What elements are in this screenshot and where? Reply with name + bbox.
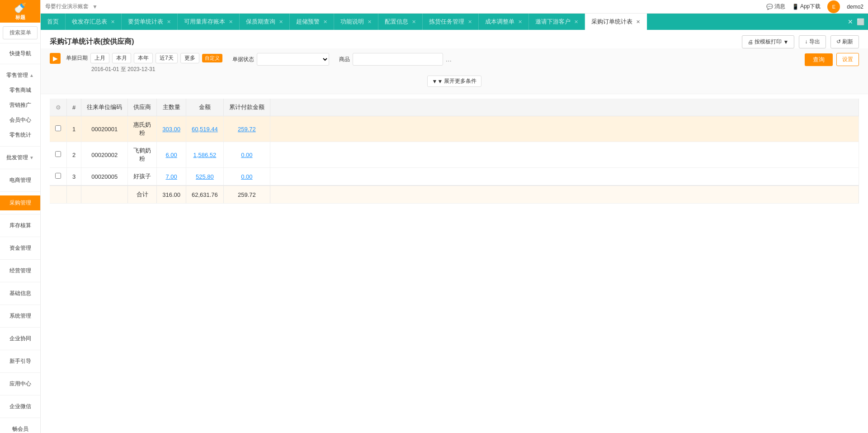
- tab-close-icon[interactable]: ✕: [518, 19, 522, 25]
- tab-warranty-query[interactable]: 保质期查询 ✕: [240, 14, 290, 30]
- topbar: 母婴行业演示账套 ▼ 💬 消息 📱 App下载 E demo2: [41, 0, 868, 14]
- query-button[interactable]: 查询: [805, 53, 833, 66]
- quicknav-button[interactable]: 快捷导航: [3, 47, 38, 60]
- tab-label: 配置信息: [385, 18, 408, 26]
- td-checkbox[interactable]: [50, 116, 67, 142]
- tab-overstock-warning[interactable]: 超储预警 ✕: [290, 14, 334, 30]
- td-main-qty[interactable]: 7.00: [157, 168, 186, 186]
- tab-close-icon[interactable]: ✕: [279, 19, 283, 25]
- enterprise-section: 企业协同: [0, 328, 40, 350]
- td-checkbox[interactable]: [50, 142, 67, 168]
- tab-controls: ✕ ⬜: [844, 14, 868, 30]
- tab-close-icon[interactable]: ✕: [229, 19, 233, 25]
- refresh-button[interactable]: ↺ 刷新: [830, 35, 859, 48]
- tab-close-window-button[interactable]: ✕: [848, 18, 853, 25]
- row-checkbox[interactable]: [55, 125, 61, 131]
- td-amount[interactable]: 60,519.44: [186, 116, 224, 142]
- user-avatar[interactable]: E: [827, 0, 840, 13]
- export-button[interactable]: ↓ 导出: [799, 35, 826, 48]
- tab-home[interactable]: 首页: [41, 14, 66, 30]
- tab-close-icon[interactable]: ✕: [167, 19, 171, 25]
- tab-close-icon[interactable]: ✕: [368, 19, 372, 25]
- sidebar-item-basic[interactable]: 基础信息: [0, 286, 40, 301]
- td-rownum: 1: [67, 116, 81, 142]
- tab-receive-summary[interactable]: 收发存汇总表 ✕: [66, 14, 122, 30]
- app-download-button[interactable]: 📱 App下载: [792, 3, 821, 10]
- sidebar-item-purchase[interactable]: 采购管理: [0, 195, 40, 210]
- tab-pick-task[interactable]: 拣货任务管理 ✕: [423, 14, 479, 30]
- status-select[interactable]: [257, 53, 329, 66]
- date-btn-this-month[interactable]: 本月: [112, 53, 131, 63]
- wholesale-expand-icon: ▼: [29, 155, 34, 160]
- td-checkbox[interactable]: [50, 168, 67, 186]
- tab-order-summary[interactable]: 要货单统计表 ✕: [122, 14, 178, 30]
- td-supplier-name: 惠氏奶粉: [128, 116, 157, 142]
- sidebar-item-marketing[interactable]: 营销推广: [0, 98, 40, 113]
- sidebar-item-vip[interactable]: 畅会员: [0, 422, 40, 433]
- retail-section: 零售管理 ▲ 零售商城 营销推广 会员中心 零售统计: [0, 64, 40, 147]
- th-extra: [270, 99, 859, 116]
- date-btn-more[interactable]: 更多: [180, 53, 199, 63]
- sidebar-item-inventory[interactable]: 库存核算: [0, 218, 40, 233]
- tab-close-icon[interactable]: ✕: [574, 19, 578, 25]
- td-paid-amount[interactable]: 0.00: [223, 142, 270, 168]
- sidebar-item-retail[interactable]: 零售管理 ▲: [0, 68, 40, 83]
- setting-button[interactable]: 设置: [836, 53, 859, 66]
- sidebar-item-ecommerce[interactable]: 电商管理: [0, 173, 40, 188]
- td-paid-amount[interactable]: 259.72: [223, 116, 270, 142]
- more-options-dots[interactable]: ...: [446, 55, 452, 63]
- row-checkbox[interactable]: [55, 151, 61, 157]
- message-icon: 💬: [766, 4, 773, 10]
- tab-maximize-button[interactable]: ⬜: [857, 18, 864, 25]
- date-btn-7days[interactable]: 近7天: [156, 53, 178, 63]
- sidebar-item-wholesale[interactable]: 批发管理 ▼: [0, 150, 40, 165]
- sidebar-item-member[interactable]: 会员中心: [0, 113, 40, 128]
- sidebar-item-enterprise[interactable]: 企业协同: [0, 331, 40, 346]
- tab-close-icon[interactable]: ✕: [323, 19, 327, 25]
- username[interactable]: demo2: [847, 4, 863, 10]
- table-header: ⚙ # 往来单位编码 供应商 主数量 金额 累计付款金额: [50, 99, 859, 116]
- basic-section: 基础信息: [0, 282, 40, 305]
- tab-config-info[interactable]: 配置信息 ✕: [378, 14, 423, 30]
- sidebar-item-retail-stat[interactable]: 零售统计: [0, 128, 40, 143]
- tab-cost-adjust[interactable]: 成本调整单 ✕: [479, 14, 529, 30]
- search-menu-button[interactable]: 搜索菜单: [3, 26, 38, 39]
- breadcrumb: 母婴行业演示账套: [45, 3, 89, 10]
- td-paid-amount[interactable]: 0.00: [223, 168, 270, 186]
- print-dropdown-icon: ▼: [783, 39, 788, 45]
- tab-label: 可用量库存账本: [184, 18, 225, 26]
- sidebar-item-newguide[interactable]: 新手引导: [0, 354, 40, 369]
- tab-function-desc[interactable]: 功能说明 ✕: [334, 14, 378, 30]
- goods-input[interactable]: [353, 53, 443, 66]
- filter-goods-group: 商品 ...: [339, 53, 452, 66]
- tab-close-icon[interactable]: ✕: [468, 19, 472, 25]
- td-main-qty[interactable]: 303.00: [157, 116, 186, 142]
- tab-close-icon[interactable]: ✕: [111, 19, 115, 25]
- sidebar-item-system[interactable]: 系统管理: [0, 309, 40, 324]
- custom-date-tag[interactable]: 自定义: [202, 54, 222, 62]
- sidebar-item-retail-shop[interactable]: 零售商城: [0, 83, 40, 98]
- sidebar-item-weixin[interactable]: 企业微信: [0, 399, 40, 414]
- tab-purchase-summary[interactable]: 采购订单统计表 ✕: [585, 14, 647, 30]
- export-icon: ↓: [805, 38, 807, 45]
- print-button[interactable]: 🖨 按模板打印 ▼: [742, 35, 794, 48]
- tab-close-icon[interactable]: ✕: [636, 19, 640, 25]
- row-checkbox[interactable]: [55, 173, 61, 179]
- tab-invite-customer[interactable]: 邀请下游客户 ✕: [529, 14, 585, 30]
- td-main-qty[interactable]: 6.00: [157, 142, 186, 168]
- td-amount[interactable]: 525.80: [186, 168, 224, 186]
- filter-toggle-button[interactable]: ▶: [50, 53, 61, 64]
- date-btn-this-year[interactable]: 本年: [134, 53, 153, 63]
- settings-icon[interactable]: ⚙: [56, 104, 61, 111]
- tab-close-icon[interactable]: ✕: [412, 19, 416, 25]
- sidebar-item-appcenter[interactable]: 应用中心: [0, 376, 40, 391]
- breadcrumb-arrow: ▼: [92, 4, 98, 10]
- tab-available-inventory[interactable]: 可用量库存账本 ✕: [178, 14, 240, 30]
- date-btn-last-month[interactable]: 上月: [90, 53, 109, 63]
- sidebar-item-finance[interactable]: 资金管理: [0, 241, 40, 256]
- sidebar-item-operation[interactable]: 经营管理: [0, 263, 40, 278]
- th-settings[interactable]: ⚙: [50, 99, 67, 116]
- message-button[interactable]: 💬 消息: [766, 3, 785, 10]
- expand-more-button[interactable]: ▼▼ 展开更多条件: [427, 76, 482, 87]
- td-amount[interactable]: 1,586.52: [186, 142, 224, 168]
